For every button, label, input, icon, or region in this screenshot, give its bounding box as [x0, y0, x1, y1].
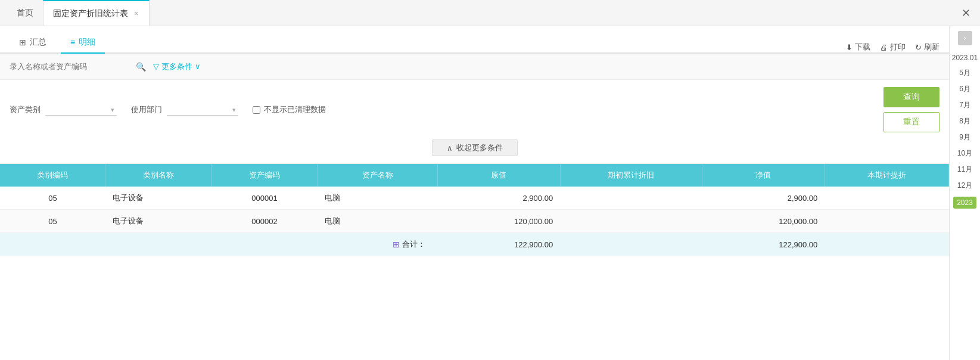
total-label-cell: ⊞ 合计： [318, 233, 437, 256]
filter-label: 更多条件 [161, 61, 192, 72]
month-9[interactable]: 9月 [952, 130, 978, 145]
collapse-label: 收起更多条件 [456, 142, 503, 153]
col-asset-code: 资产编码 [211, 164, 318, 187]
col-category-name: 类别名称 [105, 164, 211, 187]
cell-net-value: 120,000.00 [702, 210, 825, 233]
filter-row: 资产类别 使用部门 [10, 87, 939, 132]
summary-icon: ⊞ [19, 38, 26, 47]
hide-cleared-checkbox[interactable] [253, 106, 260, 114]
month-7[interactable]: 7月 [952, 98, 978, 113]
cell-asset-code: 000002 [211, 210, 318, 233]
filter-button[interactable]: ▽ 更多条件 ∨ [153, 61, 201, 72]
total-cur-dep [825, 233, 948, 256]
filter-chevron-icon: ∨ [195, 62, 201, 71]
collapse-icon: ∧ [447, 144, 453, 153]
search-icon[interactable]: 🔍 [136, 62, 146, 72]
cell-cat-name: 电子设备 [105, 187, 211, 210]
month-12[interactable]: 12月 [952, 178, 978, 193]
print-button[interactable]: 🖨 打印 [880, 42, 906, 52]
total-acc-dep [560, 233, 702, 256]
cell-asset-code: 000001 [211, 187, 318, 210]
tab-close-icon[interactable]: × [133, 8, 139, 19]
window-close-button[interactable]: ✕ [962, 7, 970, 20]
hide-cleared-field: 不显示已清理数据 [253, 104, 326, 115]
cell-net-value: 2,900.00 [702, 187, 825, 210]
table-row: 05 电子设备 000001 电脑 2,900.00 2,900.00 [0, 187, 949, 210]
cell-asset-name: 电脑 [318, 210, 437, 233]
collapse-button[interactable]: ∧ 收起更多条件 [432, 139, 518, 156]
month-11[interactable]: 11月 [952, 162, 978, 177]
cell-cat-name: 电子设备 [105, 210, 211, 233]
download-button[interactable]: ⬇ 下载 [846, 42, 870, 52]
use-department-select[interactable] [167, 104, 238, 116]
tab-summary-label: 汇总 [30, 37, 46, 48]
total-label-text: 合计： [402, 239, 425, 250]
cell-cur-dep [825, 210, 948, 233]
col-net-value: 净值 [702, 164, 825, 187]
asset-category-label: 资产类别 [10, 104, 41, 115]
filter-panel: 资产类别 使用部门 [0, 80, 949, 164]
print-label: 打印 [890, 42, 906, 52]
total-empty-1 [0, 233, 318, 256]
refresh-label: 刷新 [924, 42, 939, 52]
col-asset-name: 资产名称 [318, 164, 437, 187]
sub-tab-bar: ⊞ 汇总 ≡ 明细 ⬇ 下载 🖨 打印 ↻ 刷新 [0, 26, 949, 54]
search-bar: 🔍 ▽ 更多条件 ∨ [0, 54, 949, 80]
refresh-button[interactable]: ↻ 刷新 [915, 42, 939, 52]
right-sidebar: › 2023.01 5月 6月 7月 8月 9月 10月 11月 12月 202… [949, 26, 980, 360]
cell-acc-dep [560, 210, 702, 233]
month-10[interactable]: 10月 [952, 146, 978, 161]
asset-category-field: 资产类别 [10, 104, 117, 116]
total-original-value: 122,900.00 [437, 233, 560, 256]
year-badge[interactable]: 2023 [953, 197, 976, 209]
sum-icon: ⊞ [393, 240, 400, 249]
filter-icon: ▽ [153, 62, 159, 71]
cell-asset-name: 电脑 [318, 187, 437, 210]
month-6[interactable]: 6月 [952, 82, 978, 97]
main-content: ⊞ 汇总 ≡ 明细 ⬇ 下载 🖨 打印 ↻ 刷新 [0, 26, 980, 360]
cell-cat-code: 05 [0, 187, 105, 210]
use-department-select-wrap [167, 104, 238, 116]
tab-summary[interactable]: ⊞ 汇总 [10, 32, 56, 54]
col-current-depreciation: 本期计提折 [825, 164, 948, 187]
download-label: 下载 [855, 42, 870, 52]
reset-button[interactable]: 重置 [883, 112, 939, 132]
total-row: ⊞ 合计： 122,900.00 122,900.00 [0, 233, 949, 256]
cell-original-value: 2,900.00 [437, 187, 560, 210]
detail-icon: ≡ [70, 38, 75, 47]
total-net-value: 122,900.00 [702, 233, 825, 256]
data-table: 类别编码 类别名称 资产编码 资产名称 原值 期初累计折旧 净值 本期计提折 0… [0, 164, 949, 256]
cell-original-value: 120,000.00 [437, 210, 560, 233]
action-bar: ⬇ 下载 🖨 打印 ↻ 刷新 [846, 42, 939, 52]
date-display: 2023.01 [951, 51, 979, 64]
tab-detail[interactable]: ≡ 明细 [61, 32, 105, 54]
asset-category-select[interactable] [45, 104, 117, 116]
tab-active[interactable]: 固定资产折旧统计表 × [43, 0, 150, 26]
left-panel: ⊞ 汇总 ≡ 明细 ⬇ 下载 🖨 打印 ↻ 刷新 [0, 26, 949, 360]
use-department-field: 使用部门 [131, 104, 238, 116]
table-header-row: 类别编码 类别名称 资产编码 资产名称 原值 期初累计折旧 净值 本期计提折 [0, 164, 949, 187]
cell-cat-code: 05 [0, 210, 105, 233]
cell-cur-dep [825, 187, 948, 210]
sidebar-expand-button[interactable]: › [958, 31, 972, 45]
month-8[interactable]: 8月 [952, 114, 978, 129]
print-icon: 🖨 [880, 43, 888, 52]
table-row: 05 电子设备 000002 电脑 120,000.00 120,000.00 [0, 210, 949, 233]
use-department-label: 使用部门 [131, 104, 162, 115]
col-original-value: 原值 [437, 164, 560, 187]
month-5[interactable]: 5月 [952, 66, 978, 80]
asset-category-select-wrap [45, 104, 117, 116]
search-input[interactable] [10, 62, 129, 71]
tab-home[interactable]: 首页 [7, 0, 43, 26]
top-tab-bar: 首页 固定资产折旧统计表 × ✕ [0, 0, 980, 26]
tab-active-label: 固定资产折旧统计表 [53, 8, 128, 19]
col-category-code: 类别编码 [0, 164, 105, 187]
download-icon: ⬇ [846, 43, 853, 52]
table-wrap: 类别编码 类别名称 资产编码 资产名称 原值 期初累计折旧 净值 本期计提折 0… [0, 164, 949, 360]
refresh-icon: ↻ [915, 43, 922, 52]
cell-acc-dep [560, 187, 702, 210]
tab-detail-label: 明细 [79, 37, 95, 48]
query-button[interactable]: 查询 [883, 87, 939, 107]
filter-actions: 查询 重置 [883, 87, 939, 132]
col-acc-depreciation: 期初累计折旧 [560, 164, 702, 187]
